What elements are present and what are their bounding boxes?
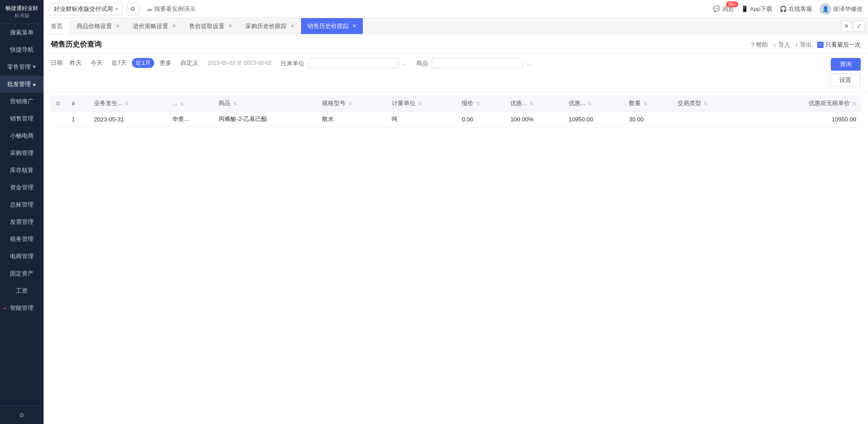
sidebar-settings-button[interactable]: ⚙: [0, 406, 44, 424]
th-unit[interactable]: 计量单位 ⇅: [387, 96, 457, 111]
version-selector[interactable]: 好业财标准版交付试用 ▾: [49, 3, 123, 15]
online-service-button[interactable]: 🎧 在线客服: [780, 5, 812, 13]
cloud-icon: ☁: [146, 5, 152, 12]
app-download-label: App下载: [750, 5, 772, 13]
tab-sale-history[interactable]: 销售历史价跟踪 ✕: [301, 18, 363, 34]
tab-close-button[interactable]: ✕: [841, 21, 852, 32]
tab-close-icon[interactable]: ✕: [116, 23, 120, 29]
th-business-date[interactable]: 业务发生... ⇅: [89, 96, 168, 111]
sidebar-item-invoice[interactable]: 发票管理: [0, 213, 44, 231]
sidebar-item-wholesale[interactable]: 批发管理 ▲: [0, 76, 44, 93]
demo-button[interactable]: ☁ 我要看实例演示: [146, 5, 195, 13]
table-row: 1 2023-05-31 华查... 丙烯酸-2-乙基己酯 散水 吨 0.00 …: [51, 111, 861, 127]
user-name: 徐泽华修改: [833, 5, 863, 13]
tab-product-price[interactable]: 商品价格设置 ✕: [70, 18, 127, 34]
messages-button[interactable]: 💬 消息 99+: [713, 5, 734, 13]
sidebar-item-quick-nav[interactable]: 快捷导航: [0, 41, 44, 58]
tab-expand-button[interactable]: ⤢: [853, 21, 864, 32]
sidebar-item-tax[interactable]: 税务管理: [0, 231, 44, 248]
tab-close-icon[interactable]: ✕: [228, 23, 232, 29]
date-option-1month[interactable]: 近1月: [132, 58, 154, 68]
settings-button[interactable]: 设置: [830, 73, 861, 87]
sidebar-item-fixed-assets[interactable]: 固定资产: [0, 265, 44, 282]
sidebar-item-purchase[interactable]: 采购管理: [0, 145, 44, 162]
tab-label: 采购历史价跟踪: [245, 22, 287, 30]
sidebar-item-inventory[interactable]: 库存核算: [0, 162, 44, 179]
date-option-custom[interactable]: 自定义: [177, 58, 202, 68]
sidebar-item-smart[interactable]: 智能管理: [0, 299, 44, 317]
sidebar-item-ecommerce-small[interactable]: 小畅电商: [0, 127, 44, 145]
sort-icon: ⇅: [530, 101, 533, 106]
cell-spacer: [743, 111, 759, 127]
tab-purchase-history[interactable]: 采购历史价跟踪 ✕: [239, 18, 301, 34]
tab-close-icon[interactable]: ✕: [352, 23, 356, 29]
th-settings[interactable]: ⚙: [51, 96, 67, 111]
th-spec[interactable]: 规格型号 ⇅: [317, 96, 387, 111]
sidebar-item-finance[interactable]: 资金管理: [0, 179, 44, 196]
th-discount2[interactable]: 优惠... ⇅: [564, 96, 624, 111]
product-more-icon[interactable]: ...: [526, 60, 531, 67]
th-product[interactable]: 商品 ⇅: [214, 96, 317, 111]
date-option-today[interactable]: 今天: [87, 58, 106, 68]
sidebar-item-retail[interactable]: 零售管理 ▼: [0, 58, 44, 76]
app-download-button[interactable]: 📱 App下载: [741, 5, 772, 13]
topbar-settings-button[interactable]: ⚙: [127, 3, 139, 15]
th-price[interactable]: 报价 ⇅: [457, 96, 506, 111]
tab-close-icon[interactable]: ✕: [172, 23, 176, 29]
filter-section: 日期 昨天 今天 近7天 近1月 更多 自定义 2023-05-02 至 202…: [44, 53, 868, 92]
sort-icon: ⇅: [704, 101, 707, 106]
th-seq: #: [67, 96, 89, 111]
tab-home[interactable]: 首页: [44, 18, 70, 34]
query-button[interactable]: 查询: [831, 58, 861, 71]
user-icon: 👤: [822, 6, 829, 12]
date-option-more[interactable]: 更多: [156, 58, 175, 68]
sort-icon: ⇅: [180, 101, 184, 106]
th-trade-type[interactable]: 交易类型 ⇅: [673, 96, 743, 111]
only-last-checkbox[interactable]: ✓ 只看最后一次: [817, 41, 861, 49]
cell-business-date: 2023-05-31: [89, 111, 168, 127]
th-discount1[interactable]: 优惠... ⇅: [506, 96, 564, 111]
topbar-right: 💬 消息 99+ 📱 App下载 🎧 在线客服 👤 徐泽华修改: [713, 3, 863, 15]
page-header-actions: ? 帮助 ↓ 导入 ↑ 导出 ✓ 只看最后一次: [751, 41, 861, 49]
cell-settings: [51, 111, 67, 127]
date-option-yesterday[interactable]: 昨天: [66, 58, 85, 68]
date-option-7days[interactable]: 近7天: [108, 58, 130, 68]
export-button[interactable]: ↑ 导出: [795, 41, 812, 49]
avatar: 👤: [819, 3, 831, 15]
sidebar-item-general-ledger[interactable]: 总账管理: [0, 196, 44, 213]
settings-icon: ⚙: [19, 412, 24, 419]
tab-close-icon[interactable]: ✕: [290, 23, 294, 29]
source-unit-more-icon[interactable]: ...: [402, 60, 407, 67]
date-range-display: 2023-05-02 至 2023-06-02: [207, 59, 271, 67]
sidebar-item-search[interactable]: 搜索菜单: [0, 24, 44, 41]
help-button[interactable]: ? 帮助: [751, 41, 768, 49]
tab-sale-extract[interactable]: 售价提取设置 ✕: [183, 18, 239, 34]
table-area: ⚙ # 业务发生... ⇅ ... ⇅ 商品 ⇅: [44, 92, 868, 131]
sort-icon: ⇅: [644, 101, 647, 106]
sort-icon: ⇅: [476, 101, 480, 106]
cell-trade-type: [673, 111, 743, 127]
sidebar-item-salary[interactable]: 工资: [0, 282, 44, 299]
source-unit-input[interactable]: [308, 58, 399, 68]
headset-icon: 🎧: [780, 5, 787, 12]
th-pretax-price[interactable]: 优惠前无税单价 ⇅: [759, 96, 861, 111]
th-quantity[interactable]: 数量 ⇅: [624, 96, 673, 111]
user-button[interactable]: 👤 徐泽华修改: [819, 3, 863, 15]
chevron-down-icon: ▾: [116, 6, 118, 11]
sort-icon: ⇅: [233, 101, 237, 106]
import-button[interactable]: ↓ 导入: [773, 41, 790, 49]
sidebar-item-marketing[interactable]: 营销推广: [0, 93, 44, 110]
tab-purchase-strategy[interactable]: 进价策略设置 ✕: [127, 18, 183, 34]
product-input[interactable]: [432, 58, 522, 68]
table-header-row: ⚙ # 业务发生... ⇅ ... ⇅ 商品 ⇅: [51, 96, 861, 111]
product-label: 商品: [416, 59, 428, 67]
action-buttons: 查询 设置: [830, 58, 861, 87]
th-more[interactable]: ... ⇅: [168, 96, 214, 111]
sort-icon: ⇅: [418, 101, 422, 106]
sidebar-item-ecommerce[interactable]: 电商管理: [0, 248, 44, 265]
tabbar-actions: ✕ ⤢: [837, 21, 868, 32]
cell-price: 0.00: [457, 111, 506, 127]
sidebar-item-sales[interactable]: 销售管理: [0, 110, 44, 127]
gear-icon[interactable]: ⚙: [55, 100, 61, 107]
tabbar: 首页 商品价格设置 ✕ 进价策略设置 ✕ 售价提取设置 ✕ 采购历史价跟踪 ✕ …: [44, 18, 868, 34]
